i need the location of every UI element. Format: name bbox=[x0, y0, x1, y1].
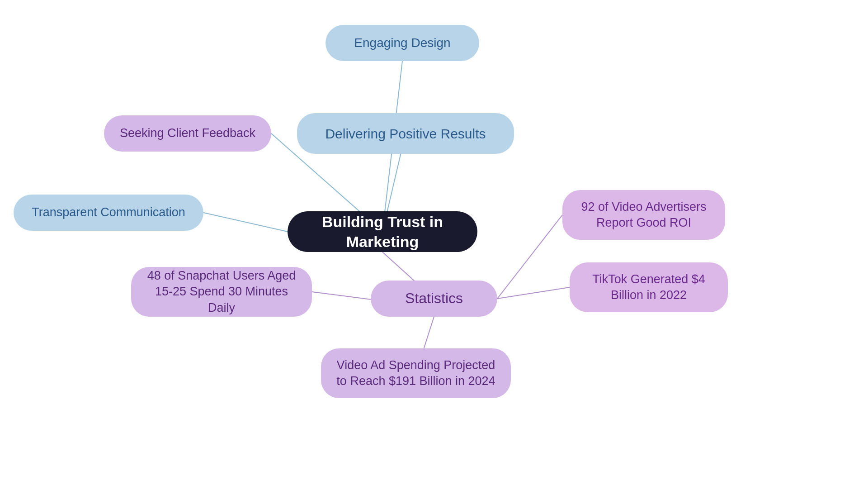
engaging-design-node: Engaging Design bbox=[326, 25, 479, 61]
video-spending-node: Video Ad Spending Projected to Reach $19… bbox=[321, 348, 511, 398]
roi-92-node: 92 of Video Advertisers Report Good ROI bbox=[562, 190, 725, 240]
tiktok-node: TikTok Generated $4 Billion in 2022 bbox=[570, 262, 728, 312]
seeking-client-node: Seeking Client Feedback bbox=[104, 115, 271, 152]
center-node: Building Trust in Marketing bbox=[288, 211, 477, 252]
snapchat-node: 48 of Snapchat Users Aged 15-25 Spend 30… bbox=[131, 267, 312, 317]
delivering-positive-node: Delivering Positive Results bbox=[297, 113, 514, 154]
svg-line-5 bbox=[497, 215, 562, 299]
svg-line-3 bbox=[203, 213, 288, 232]
transparent-comm-node: Transparent Communication bbox=[14, 195, 203, 231]
statistics-node: Statistics bbox=[371, 281, 497, 317]
svg-line-6 bbox=[497, 287, 570, 299]
